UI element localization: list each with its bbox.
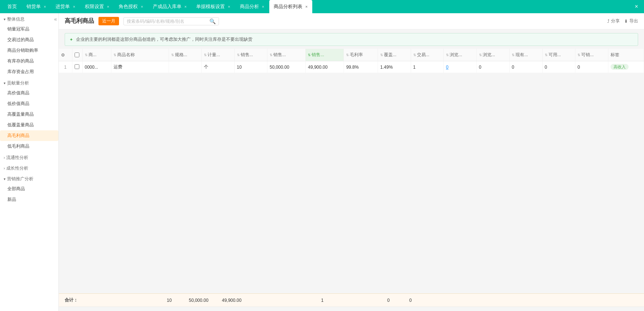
col-gross-margin-header[interactable]: ⇅毛利率 (344, 49, 378, 61)
col-current-stock-header[interactable]: ⇅现有... (510, 49, 543, 61)
nav-tab-template[interactable]: 单据模板设置 × (192, 0, 234, 13)
sidebar-item-inventory-capital[interactable]: 库存资金占用 (0, 66, 58, 77)
chevron-down-icon: ▾ (4, 17, 6, 21)
sidebar-item-distribution-rate[interactable]: 商品分销助购率 (0, 45, 58, 56)
nav-tab-production[interactable]: 产成品入库单 × (148, 0, 191, 13)
sidebar-item-sales-champion[interactable]: 销量冠军品 (0, 24, 58, 35)
cell-tag: 高收入 (608, 61, 644, 73)
footer-current-stock-val: 0 (385, 298, 407, 303)
cell-sales-cost: 49,900.00 (306, 61, 344, 73)
sidebar-item-new-products[interactable]: 新品 (0, 194, 58, 205)
window-close-button[interactable]: × (632, 3, 641, 10)
chevron-down-icon: ▾ (4, 81, 6, 85)
sidebar-item-low-margin[interactable]: 低毛利商品 (0, 141, 58, 152)
sidebar-group-marketing[interactable]: ▾ 营销推广分析 (0, 173, 58, 184)
col-available-stock-header[interactable]: ⇅可用... (542, 49, 575, 61)
sidebar-group-overall[interactable]: ▾ 整体信息 (0, 13, 58, 24)
col-spec-header[interactable]: ⇅规格... (169, 49, 202, 61)
col-tag-header[interactable]: 标签 (608, 49, 644, 61)
col-settings[interactable]: ⚙ (59, 49, 72, 61)
close-icon[interactable]: × (228, 4, 230, 9)
sidebar-item-traded[interactable]: 交易过的商品 (0, 35, 58, 45)
col-unit-header[interactable]: ⇅计量... (202, 49, 235, 61)
footer-blank2 (286, 298, 319, 303)
footer-available-stock-val: 0 (407, 298, 429, 303)
col-checkbox[interactable] (72, 49, 82, 61)
col-sales-qty-header[interactable]: ⇅销售... (234, 49, 267, 61)
cell-views1[interactable]: 0 (444, 61, 477, 73)
share-button[interactable]: ⤴ 分享 (607, 18, 620, 24)
content-header: 高毛利商品 近一月 🔍 ⤴ 分享 ⬇ 导出 (59, 13, 644, 29)
export-button[interactable]: ⬇ 导出 (624, 18, 638, 24)
content-area: 高毛利商品 近一月 🔍 ⤴ 分享 ⬇ 导出 ✦ 企业的主要的利润都是这部分商品创… (59, 13, 644, 311)
info-icon: ✦ (69, 37, 73, 42)
search-icon[interactable]: 🔍 (209, 18, 216, 24)
col-sales-amount-header[interactable]: ⇅销售... (267, 49, 306, 61)
col-name-header[interactable]: ⇅商品名称 (111, 49, 169, 61)
cell-views2: 0 (476, 61, 510, 73)
sidebar-group-growth[interactable]: › 成长性分析 (0, 162, 58, 173)
cell-checkbox[interactable] (72, 61, 82, 73)
tag-badge: 高收入 (611, 64, 629, 70)
close-icon[interactable]: × (262, 4, 264, 9)
sidebar-group-contribution[interactable]: ▾ 贡献量分析 (0, 77, 58, 88)
col-views1-header[interactable]: ⇅浏览... (444, 49, 477, 61)
cell-sales-qty: 10 (234, 61, 267, 73)
cell-gross-margin: 99.8% (344, 61, 378, 73)
footer-transactions-val: 1 (319, 298, 341, 303)
sidebar-item-high-value[interactable]: 高价值商品 (0, 88, 58, 98)
nav-tab-roles[interactable]: 角色授权 × (114, 0, 147, 13)
share-icon: ⤴ (607, 19, 609, 24)
cell-coverage: 1.49% (378, 61, 411, 73)
col-coverage-header[interactable]: ⇅覆盖... (378, 49, 411, 61)
total-label: 合计： (65, 297, 78, 303)
table-row: 1 0000... 运费 个 10 50,000.00 49,900.00 99… (59, 61, 644, 73)
col-sales-cost-header[interactable]: ⇅销售... (306, 49, 344, 61)
col-transactions-header[interactable]: ⇅交易... (411, 49, 444, 61)
nav-tab-purchase[interactable]: 进货单 × (51, 0, 79, 13)
cell-transactions: 1 (411, 61, 444, 73)
data-table: ⚙ ⇅商... ⇅商品名称 ⇅规格... (59, 49, 644, 73)
horizontal-scrollbar[interactable] (59, 307, 644, 311)
close-icon[interactable]: × (184, 4, 187, 9)
info-banner: ✦ 企业的主要的利润都是这部分商品创造的，可考虑加大推广，同时关注库存是不要出现… (65, 33, 638, 46)
sidebar-item-in-stock[interactable]: 有库存的商品 (0, 56, 58, 66)
search-input[interactable] (127, 19, 208, 24)
sidebar: « ▾ 整体信息 销量冠军品 交易过的商品 商品分销助购率 有库存的商品 库存资… (0, 13, 59, 311)
nav-tab-sales[interactable]: 销货单 × (22, 0, 50, 13)
chevron-right-icon: › (4, 166, 5, 170)
cell-code: 0000... (82, 61, 111, 73)
close-icon[interactable]: × (141, 4, 143, 9)
filter-period-button[interactable]: 近一月 (98, 17, 119, 25)
nav-tab-home[interactable]: 首页 (3, 0, 21, 13)
footer-blank3 (341, 298, 363, 303)
close-icon[interactable]: × (73, 4, 75, 9)
sidebar-item-low-value[interactable]: 低价值商品 (0, 98, 58, 109)
export-icon: ⬇ (624, 19, 628, 24)
sidebar-item-all-products[interactable]: 全部商品 (0, 184, 58, 194)
chevron-down-icon: ▾ (4, 177, 6, 181)
nav-tab-analysis-list[interactable]: 商品分析列表 × (269, 0, 312, 13)
cell-spec (169, 61, 202, 73)
header-actions: ⤴ 分享 ⬇ 导出 (607, 18, 638, 24)
close-icon[interactable]: × (305, 4, 307, 9)
sidebar-group-liquidity[interactable]: › 流通性分析 (0, 152, 58, 162)
cell-unit: 个 (202, 61, 235, 73)
close-icon[interactable]: × (107, 4, 109, 9)
footer-sales-cost-val: 49,900.00 (220, 298, 253, 303)
sidebar-item-high-coverage[interactable]: 高覆盖量商品 (0, 109, 58, 120)
sidebar-collapse-button[interactable]: « (54, 16, 57, 22)
nav-tab-analysis[interactable]: 商品分析 × (235, 0, 269, 13)
row-checkbox[interactable] (75, 64, 79, 69)
table-container: ⚙ ⇅商... ⇅商品名称 ⇅规格... (59, 49, 644, 293)
sidebar-item-high-margin[interactable]: 高毛利商品 (0, 130, 58, 141)
select-all-checkbox[interactable] (75, 53, 79, 57)
col-views2-header[interactable]: ⇅浏览... (476, 49, 510, 61)
close-icon[interactable]: × (44, 4, 46, 9)
search-input-wrap: 🔍 (123, 17, 219, 25)
col-code-header[interactable]: ⇅商... (82, 49, 111, 61)
nav-tab-permissions[interactable]: 权限设置 × (80, 0, 114, 13)
col-sellable-stock-header[interactable]: ⇅可销... (575, 49, 608, 61)
sidebar-item-low-coverage[interactable]: 低覆盖量商品 (0, 120, 58, 130)
page-title: 高毛利商品 (65, 17, 94, 25)
